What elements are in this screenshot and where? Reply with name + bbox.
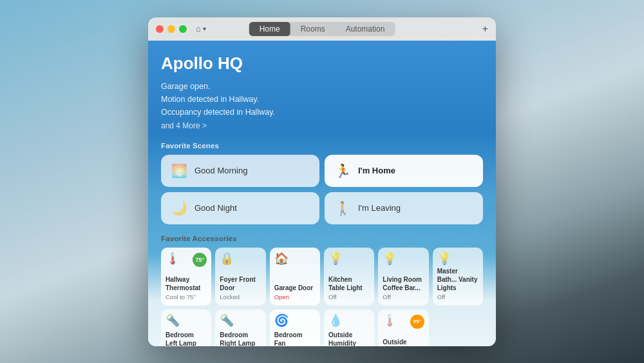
im-leaving-icon: 🚶 [334, 201, 352, 216]
alerts-section: Garage open. Motion detected in Hallway.… [161, 80, 483, 119]
scene-good-morning-label: Good Morning [194, 166, 247, 175]
scenes-grid: 🌅 Good Morning 🏃 I'm Home 🌙 Good Night 🚶… [161, 155, 483, 224]
tab-bar: Home Rooms Automation [249, 22, 395, 36]
good-night-icon: 🌙 [170, 201, 188, 216]
add-button[interactable]: + [482, 23, 488, 35]
front-door-name: Foyer Front Door [220, 275, 261, 292]
alerts-more[interactable]: and 4 More > [161, 121, 483, 130]
kitchen-light-icon: 💡 [328, 253, 343, 264]
fan-name: Bedroom Fan [274, 331, 316, 346]
house-icon: ⌂ [196, 24, 201, 34]
scene-im-home-label: I'm Home [358, 166, 395, 175]
scene-good-morning[interactable]: 🌅 Good Morning [161, 155, 319, 187]
alert-3: Occupancy detected in Hallway. [161, 106, 483, 119]
accessories-section: Favorite Accessories 🌡️ 75° Hallway Ther… [161, 235, 483, 346]
garage-door-name: Garage Door [274, 284, 316, 292]
coffee-bar-name: Living Room Coffee Bar... [383, 275, 424, 292]
outside-temp-badge: 95° [410, 315, 424, 329]
im-home-icon: 🏃 [334, 163, 352, 179]
main-content: Apollo HQ Garage open. Motion detected i… [148, 41, 496, 346]
left-lamp-name: Bedroom Left Lamp [166, 331, 207, 346]
front-door-status: Locked [220, 293, 261, 300]
thermostat-icon: 🌡️ [166, 253, 180, 264]
tab-home[interactable]: Home [249, 22, 290, 36]
chevron-down-icon: ▾ [203, 25, 206, 32]
titlebar: ⌂ ▾ Home Rooms Automation + [148, 17, 496, 41]
vanity-lights-icon: 💡 [437, 253, 451, 264]
accessory-bedroom-fan[interactable]: 🌀 Bedroom Fan 75% [270, 309, 320, 346]
good-morning-icon: 🌅 [170, 163, 188, 179]
main-window: ⌂ ▾ Home Rooms Automation + Apollo HQ Ga… [148, 17, 496, 346]
scene-im-home[interactable]: 🏃 I'm Home [325, 155, 483, 187]
left-lamp-icon: 🔦 [166, 315, 180, 326]
vanity-lights-name: Master Bath... Vanity Lights [437, 267, 478, 292]
home-title: Apollo HQ [161, 54, 483, 74]
humidity-name: Outside Humidity [328, 331, 370, 346]
coffee-bar-status: Off [383, 293, 424, 300]
lock-icon: 🔒 [220, 253, 234, 264]
kitchen-light-status: Off [328, 293, 370, 300]
accessories-grid: 🌡️ 75° Hallway Thermostat Cool to 75° 🔒 … [161, 248, 483, 346]
vanity-lights-status: Off [437, 293, 478, 300]
humidity-icon: 💧 [328, 315, 343, 326]
right-lamp-name: Bedroom Right Lamp [220, 331, 261, 346]
scene-good-night-label: Good Night [194, 203, 237, 213]
minimize-button[interactable] [167, 25, 175, 33]
close-button[interactable] [156, 25, 164, 33]
accessory-garage-door[interactable]: 🏠 Garage Door Open [270, 248, 320, 306]
traffic-lights [156, 25, 187, 33]
garage-icon: 🏠 [274, 253, 289, 264]
outside-temp-name: Outside Temperature [383, 338, 424, 346]
accessory-kitchen-light[interactable]: 💡 Kitchen Table Light Off [324, 248, 374, 306]
scene-good-night[interactable]: 🌙 Good Night [161, 192, 319, 224]
alert-1: Garage open. [161, 80, 483, 93]
thermostat-badge: 75° [193, 253, 207, 267]
thermostat-name: Hallway Thermostat [166, 275, 207, 292]
scene-im-leaving[interactable]: 🚶 I'm Leaving [325, 192, 483, 224]
accessory-vanity-lights[interactable]: 💡 Master Bath... Vanity Lights Off [433, 248, 483, 306]
accessory-front-door[interactable]: 🔒 Foyer Front Door Locked [215, 248, 265, 306]
alert-2: Motion detected in Hallway. [161, 93, 483, 106]
tab-rooms[interactable]: Rooms [290, 22, 336, 36]
accessory-hallway-thermostat[interactable]: 🌡️ 75° Hallway Thermostat Cool to 75° [161, 248, 211, 306]
scenes-section-label: Favorite Scenes [161, 142, 483, 150]
right-lamp-icon: 🔦 [220, 315, 234, 326]
accessory-coffee-bar[interactable]: 💡 Living Room Coffee Bar... Off [378, 248, 428, 306]
kitchen-light-name: Kitchen Table Light [328, 275, 370, 292]
accessories-section-label: Favorite Accessories [161, 235, 483, 242]
garage-door-status: Open [274, 293, 316, 300]
accessory-right-lamp[interactable]: 🔦 Bedroom Right Lamp Off [215, 309, 265, 346]
outside-temp-icon: 🌡️ [383, 315, 397, 326]
coffee-bar-icon: 💡 [383, 253, 397, 264]
home-nav-icon[interactable]: ⌂ ▾ [196, 24, 206, 34]
thermostat-status: Cool to 75° [166, 293, 207, 300]
accessory-outside-temp[interactable]: 🌡️ 95° Outside Temperature [378, 309, 428, 346]
tab-automation[interactable]: Automation [336, 22, 395, 36]
fan-icon: 🌀 [274, 315, 289, 326]
maximize-button[interactable] [179, 25, 187, 33]
scene-im-leaving-label: I'm Leaving [358, 203, 401, 213]
accessory-outside-humidity[interactable]: 💧 Outside Humidity 50% [324, 309, 374, 346]
accessory-left-lamp[interactable]: 🔦 Bedroom Left Lamp Off [161, 309, 211, 346]
